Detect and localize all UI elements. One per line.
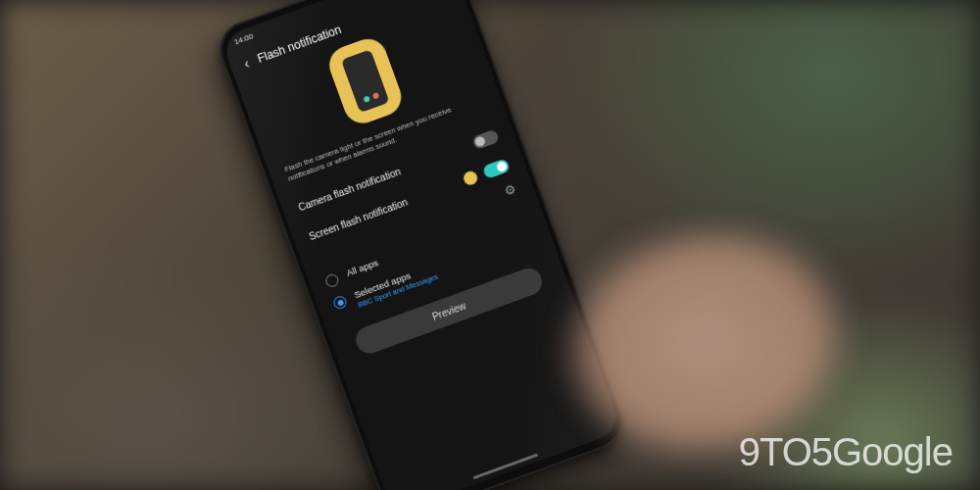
radio-icon[interactable] (324, 272, 341, 289)
color-swatch-icon[interactable] (462, 170, 479, 187)
camera-flash-toggle[interactable] (471, 129, 500, 151)
status-time: 14:00 (233, 31, 255, 46)
radio-all-label: All apps (345, 257, 379, 278)
screen-flash-toggle[interactable] (482, 158, 511, 179)
back-icon[interactable]: ‹ (242, 55, 252, 71)
watermark-logo: 9TO5Google (739, 430, 953, 474)
preview-button-label: Preview (431, 300, 467, 321)
radio-icon[interactable] (332, 295, 349, 312)
